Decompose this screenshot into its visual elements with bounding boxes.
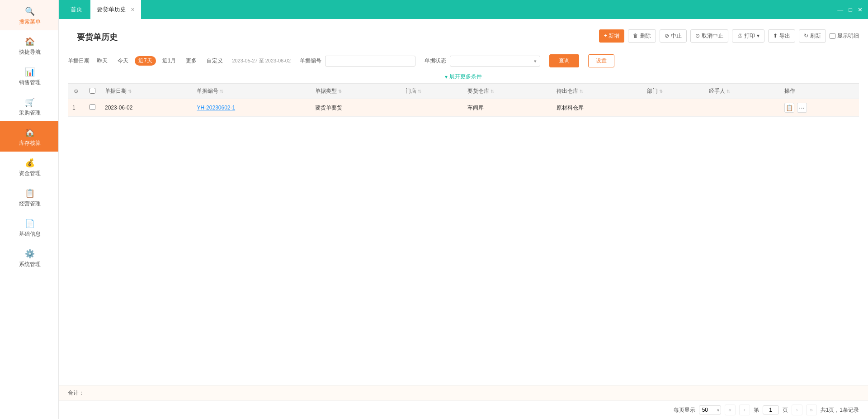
main-area: 首页 要货单历史 ✕ — □ ✕ 要货单历史 + 新增 🗑 删除 ⊘	[59, 0, 868, 419]
sidebar-item-basic[interactable]: 📄 基础信息	[0, 212, 58, 243]
col-docno[interactable]: 单据编号	[192, 84, 311, 99]
prev-page-btn[interactable]: ‹	[739, 405, 750, 415]
col-operation: 操作	[780, 84, 859, 99]
docno-filter-input[interactable]	[325, 56, 415, 67]
sidebar-item-quick-nav[interactable]: 🏠 快捷导航	[0, 30, 58, 61]
inventory-icon: 🏠	[25, 128, 35, 138]
col-handler[interactable]: 经手人	[704, 84, 780, 99]
delete-button[interactable]: 🗑 删除	[628, 29, 656, 43]
table-row: 1 2023-06-02 YH-20230602-1 要货单要货 车间库 原材料…	[68, 99, 859, 117]
operations-icon: 📋	[25, 188, 35, 198]
date-opt-7days[interactable]: 近7天	[135, 56, 156, 66]
refresh-button[interactable]: ↻ 刷新	[799, 29, 826, 43]
page-label: 第	[754, 406, 759, 414]
per-page-select[interactable]: 50 20 100	[699, 405, 721, 414]
sales-icon: 📊	[25, 67, 35, 77]
col-date[interactable]: 单据日期	[100, 84, 192, 99]
search-menu-icon: 🔍	[25, 6, 35, 16]
row-handler	[704, 99, 780, 117]
maximize-button[interactable]: □	[849, 6, 852, 13]
sidebar-item-sales[interactable]: 📊 销售管理	[0, 61, 58, 91]
sidebar-item-system[interactable]: ⚙️ 系统管理	[0, 243, 58, 273]
toolbar: + 新增 🗑 删除 ⊘ 中止 ⊙ 取消中止 🖨 打印 ▾	[599, 29, 859, 43]
sidebar-item-purchase[interactable]: 🛒 采购管理	[0, 91, 58, 121]
settings-button[interactable]: 设置	[588, 54, 614, 67]
cancel-stop-button[interactable]: ⊙ 取消中止	[690, 29, 728, 43]
delete-icon: 🗑	[633, 33, 638, 39]
data-table: ⚙ 单据日期 单据编号 单据类型 门店 要货仓库 待出仓库 部门 经手人 操作	[68, 83, 859, 117]
print-icon: 🖨	[737, 33, 742, 39]
date-opt-yesterday[interactable]: 昨天	[93, 56, 111, 66]
display-detail-checkbox[interactable]	[830, 33, 835, 39]
status-select-wrapper	[450, 56, 540, 67]
status-filter-group: 单据状态	[425, 56, 540, 67]
docno-filter-label: 单据编号	[300, 57, 321, 65]
date-options: 昨天 今天 近7天 近1月 更多 自定义	[93, 56, 226, 66]
display-detail-toggle[interactable]: 显示明细	[830, 32, 859, 40]
sidebar-item-search[interactable]: 🔍 搜索菜单	[0, 0, 58, 30]
export-button[interactable]: ⬆ 导出	[768, 29, 795, 43]
select-all-checkbox[interactable]	[90, 88, 95, 94]
tab-home[interactable]: 首页	[64, 0, 89, 19]
table-footer: 合计：	[59, 385, 868, 400]
topbar-window-controls: — □ ✕	[837, 6, 863, 13]
row-req-warehouse: 车间库	[463, 99, 552, 117]
table-checkbox-all[interactable]	[84, 84, 100, 99]
next-page-btn[interactable]: ›	[792, 405, 802, 415]
date-opt-custom[interactable]: 自定义	[203, 56, 226, 66]
status-filter-label: 单据状态	[425, 57, 446, 65]
row-department	[642, 99, 704, 117]
row-action-view[interactable]: 📋	[784, 103, 794, 113]
row-type: 要货单要货	[311, 99, 401, 117]
print-dropdown-icon: ▾	[757, 33, 760, 39]
export-icon: ⬆	[773, 33, 778, 39]
col-req-warehouse[interactable]: 要货仓库	[463, 84, 552, 99]
stop-button[interactable]: ⊘ 中止	[660, 29, 687, 43]
refresh-icon: ↻	[804, 33, 808, 39]
minimize-button[interactable]: —	[837, 6, 843, 13]
row-pending-warehouse: 原材料仓库	[552, 99, 642, 117]
row-actions: 📋 ⋯	[780, 99, 859, 117]
col-pending-warehouse[interactable]: 待出仓库	[552, 84, 642, 99]
query-button[interactable]: 查询	[549, 54, 579, 67]
row-date: 2023-06-02	[100, 99, 192, 117]
col-type[interactable]: 单据类型	[311, 84, 401, 99]
sidebar-item-inventory[interactable]: 🏠 库存核算	[0, 121, 58, 152]
sidebar-item-finance[interactable]: 💰 资金管理	[0, 152, 58, 182]
table-settings-col[interactable]: ⚙	[68, 84, 84, 99]
col-store[interactable]: 门店	[401, 84, 463, 99]
first-page-btn[interactable]: «	[725, 405, 736, 415]
cancel-stop-icon: ⊙	[695, 33, 700, 39]
date-opt-more[interactable]: 更多	[182, 56, 200, 66]
chevron-down-icon: ▾	[445, 74, 448, 80]
basic-icon: 📄	[25, 219, 35, 229]
date-opt-today[interactable]: 今天	[114, 56, 132, 66]
sidebar-item-operations[interactable]: 📋 经营管理	[0, 182, 58, 212]
tab-requisition-history[interactable]: 要货单历史 ✕	[90, 0, 141, 19]
row-store	[401, 99, 463, 117]
system-icon: ⚙️	[25, 249, 35, 259]
print-button[interactable]: 🖨 打印 ▾	[732, 29, 764, 43]
row-checkbox[interactable]	[84, 99, 100, 117]
docno-filter-group: 单据编号	[300, 56, 415, 67]
per-page-wrapper: 50 20 100	[699, 405, 721, 414]
per-page-label: 每页显示	[674, 406, 695, 414]
col-department[interactable]: 部门	[642, 84, 704, 99]
finance-icon: 💰	[25, 158, 35, 168]
page-input[interactable]	[763, 405, 779, 414]
total-info: 共1页，1条记录	[821, 406, 859, 414]
new-button[interactable]: + 新增	[599, 29, 624, 43]
filter-bar: 单据日期 昨天 今天 近7天 近1月 更多 自定义 2023-05-27 至 2…	[59, 50, 868, 70]
status-filter-select[interactable]	[450, 56, 540, 67]
date-opt-1month[interactable]: 近1月	[159, 56, 180, 66]
row-action-more[interactable]: ⋯	[797, 103, 807, 113]
stop-icon: ⊘	[665, 33, 669, 39]
row-docno[interactable]: YH-20230602-1	[192, 99, 311, 117]
date-filter-group: 单据日期 昨天 今天 近7天 近1月 更多 自定义 2023-05-27 至 2…	[68, 56, 291, 66]
close-button[interactable]: ✕	[858, 6, 863, 13]
total-label: 合计：	[68, 390, 84, 396]
topbar: 首页 要货单历史 ✕ — □ ✕	[59, 0, 868, 19]
tab-close-icon[interactable]: ✕	[131, 7, 135, 13]
last-page-btn[interactable]: »	[806, 405, 817, 415]
expand-more-btn[interactable]: ▾ 展开更多条件	[59, 70, 868, 83]
